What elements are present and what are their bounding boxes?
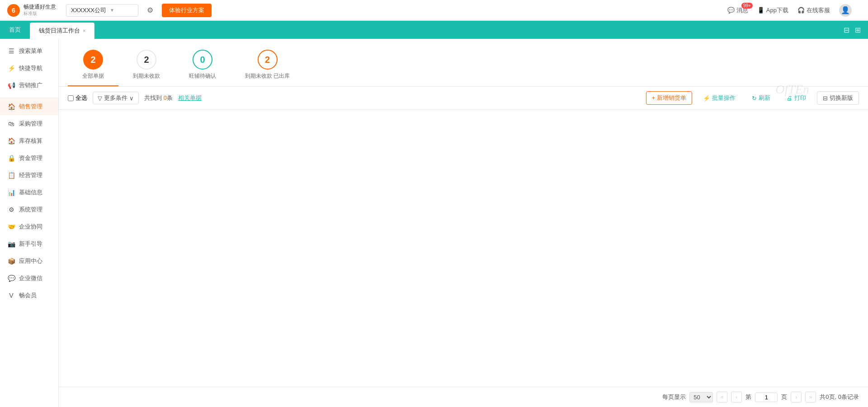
member-icon: V (7, 292, 15, 299)
online-service-label: 在线客服 (807, 6, 830, 14)
sidebar-cooperation-label: 企业协同 (19, 223, 42, 231)
service-icon: 🎧 (797, 7, 805, 14)
filter-button[interactable]: ▽ 更多条件 ∨ (93, 92, 139, 104)
sidebar: ☰ 搜索菜单 ⚡ 快捷导航 📢 营销推广 🏠 销售管理 🛍 采购管理 🏠 库存核… (0, 39, 59, 407)
per-page-select[interactable]: 20 50 100 (689, 392, 713, 402)
sidebar-basic-info-label: 基础信息 (19, 188, 42, 196)
stat-label-overdue-unpaid: 到期未收款 (133, 72, 160, 80)
tab-active[interactable]: 钱货日清工作台 × (30, 23, 94, 39)
refresh-label: 刷新 (759, 94, 770, 102)
toolbar-right: + 新增销货单 ⚡ 批量操作 ↻ 刷新 🖨 打印 ⊟ 切换新版 (646, 91, 859, 105)
sidebar-item-quick-nav[interactable]: ⚡ 快捷导航 (0, 60, 58, 77)
sidebar-item-system[interactable]: ⚙ 系统管理 (0, 201, 58, 218)
sidebar-item-wechat[interactable]: 💬 企业微信 (0, 270, 58, 287)
online-service-item[interactable]: 🎧 在线客服 (797, 6, 830, 14)
found-count: 0 (164, 94, 167, 101)
toolbar-left: 全选 ▽ 更多条件 ∨ 共找到 0条 相关单据 (68, 92, 641, 104)
next-page-btn[interactable]: › (791, 392, 802, 402)
total-records: 共0页, 0条记录 (820, 393, 859, 401)
messages-badge: 99+ (741, 3, 753, 9)
sidebar-member-label: 畅会员 (19, 291, 37, 299)
sidebar-item-sales[interactable]: 🏠 销售管理 (0, 98, 58, 115)
found-text: 共找到 0条 (144, 94, 173, 102)
tab-home[interactable]: 首页 (0, 21, 30, 39)
sidebar-item-marketing[interactable]: 📢 营销推广 (0, 77, 58, 94)
tab-collapse-btn[interactable]: ⊟ (844, 26, 849, 34)
sidebar-item-search-menu[interactable]: ☰ 搜索菜单 (0, 42, 58, 60)
sidebar-finance-label: 资金管理 (19, 154, 42, 162)
experience-button[interactable]: 体验行业方案 (162, 4, 212, 17)
content-area: 2 全部单据 2 到期未收款 0 旺辅待确认 2 到期未收款 已出库 全选 (59, 39, 868, 407)
batch-op-button[interactable]: ⚡ 批量操作 (698, 92, 741, 104)
batch-op-label: 批量操作 (712, 94, 736, 102)
tab-expand-btn[interactable]: ⊞ (855, 26, 861, 34)
sidebar-item-cooperation[interactable]: 🤝 企业协同 (0, 218, 58, 235)
page-input[interactable] (755, 393, 778, 402)
app-download-item[interactable]: 📱 App下载 (757, 6, 788, 14)
company-selector[interactable]: XXXXXX公司 ▼ (66, 4, 138, 17)
stat-tab-all[interactable]: 2 全部单据 (68, 46, 118, 86)
pagination-bar: 每页显示 20 50 100 « ‹ 第 页 › » 共0页, 0条记录 (59, 387, 868, 407)
sidebar-item-basic-info[interactable]: 📊 基础信息 (0, 184, 58, 201)
stats-tabs: 2 全部单据 2 到期未收款 0 旺辅待确认 2 到期未收款 已出库 (59, 39, 868, 87)
refresh-icon: ↻ (752, 95, 757, 102)
stat-num-all: 2 (83, 50, 103, 70)
stat-tab-wangwang[interactable]: 0 旺辅待确认 (175, 46, 231, 86)
sidebar-marketing-label: 营销推广 (19, 81, 42, 89)
sidebar-item-operations[interactable]: 📋 经营管理 (0, 167, 58, 184)
sidebar-operations-label: 经营管理 (19, 171, 42, 179)
marketing-icon: 📢 (7, 82, 15, 89)
last-page-btn[interactable]: » (805, 392, 816, 402)
messages-item[interactable]: 💬 消息 99+ (727, 6, 748, 14)
sidebar-wechat-label: 企业微信 (19, 274, 42, 282)
sidebar-item-guide[interactable]: 📷 新手引导 (0, 235, 58, 253)
page-prefix: 第 (745, 393, 751, 401)
found-unit: 条 (167, 94, 173, 101)
app-download-label: App下载 (766, 6, 788, 14)
sidebar-item-finance[interactable]: 🔒 资金管理 (0, 150, 58, 167)
sidebar-item-inventory[interactable]: 🏠 库存核算 (0, 132, 58, 150)
print-button[interactable]: 🖨 打印 (781, 92, 811, 104)
system-icon: ⚙ (7, 206, 15, 213)
filter-label: 更多条件 (104, 94, 127, 102)
operations-icon: 📋 (7, 172, 15, 179)
prev-page-btn[interactable]: ‹ (731, 392, 742, 402)
logo-icon: 6 (7, 4, 20, 17)
stat-label-overdue-unshipped: 到期未收款 已出库 (245, 72, 290, 80)
sidebar-item-app-center[interactable]: 📦 应用中心 (0, 253, 58, 270)
stat-tab-overdue-unshipped[interactable]: 2 到期未收款 已出库 (231, 46, 304, 86)
empty-state (59, 110, 868, 387)
filter-icon: ▽ (98, 95, 102, 102)
select-all-checkbox[interactable] (68, 95, 74, 101)
stat-tab-overdue-unpaid[interactable]: 2 到期未收款 (118, 46, 175, 86)
sidebar-inventory-label: 库存核算 (19, 137, 42, 145)
filter-chevron: ∨ (129, 95, 134, 102)
logo-name: 畅捷通好生意 (24, 4, 56, 11)
basic-info-icon: 📊 (7, 189, 15, 196)
top-bar: 6 畅捷通好生意 标准版 XXXXXX公司 ▼ ⚙ 体验行业方案 💬 消息 99… (0, 0, 868, 21)
cooperation-icon: 🤝 (7, 223, 15, 230)
sales-icon: 🏠 (7, 103, 15, 110)
refresh-button[interactable]: ↻ 刷新 (746, 92, 776, 104)
stat-num-wangwang: 0 (193, 50, 212, 70)
sidebar-item-member[interactable]: V 畅会员 (0, 287, 58, 304)
company-name: XXXXXX公司 (71, 6, 106, 14)
switch-version-button[interactable]: ⊟ 切换新版 (817, 91, 859, 105)
tab-close-icon[interactable]: × (83, 28, 85, 33)
add-sale-button[interactable]: + 新增销货单 (646, 91, 692, 105)
found-link[interactable]: 相关单据 (178, 94, 202, 102)
sidebar-item-purchase[interactable]: 🛍 采购管理 (0, 115, 58, 132)
sidebar-system-label: 系统管理 (19, 206, 42, 214)
select-all-label[interactable]: 全选 (68, 94, 87, 102)
user-avatar[interactable]: 👤 (839, 4, 852, 17)
found-prefix: 共找到 (144, 94, 162, 101)
tab-bar-right: ⊟ ⊞ (844, 21, 868, 39)
switch-version-icon: ⊟ (823, 95, 828, 102)
sidebar-quick-nav-label: 快捷导航 (19, 64, 42, 72)
stat-num-overdue-unshipped: 2 (258, 50, 278, 70)
first-page-btn[interactable]: « (717, 392, 727, 402)
settings-icon[interactable]: ⚙ (144, 4, 156, 17)
sidebar-top: ☰ 搜索菜单 ⚡ 快捷导航 📢 营销推广 (0, 39, 58, 98)
main-layout: ☰ 搜索菜单 ⚡ 快捷导航 📢 营销推广 🏠 销售管理 🛍 采购管理 🏠 库存核… (0, 39, 868, 407)
print-icon: 🖨 (787, 95, 793, 102)
